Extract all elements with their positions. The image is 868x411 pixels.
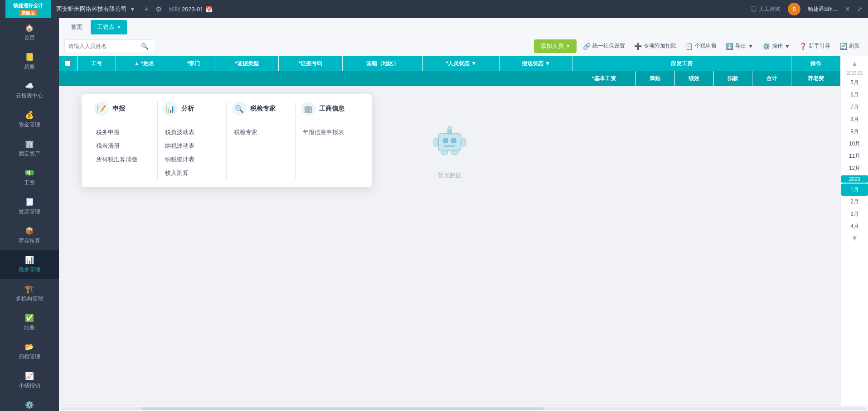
refresh-btn[interactable]: 🔄 刷新 <box>837 39 863 53</box>
sidebar-item-archive[interactable]: 📂 归档管理 <box>0 337 59 366</box>
income-preview-item[interactable]: 收入测算 <box>163 166 221 180</box>
sidebar-item-fund[interactable]: 💰 资金管理 <box>0 105 59 134</box>
cal-month-9[interactable]: 9月 <box>841 126 868 138</box>
mini-report-icon: 📈 <box>25 372 34 380</box>
social-security-icon: 🔗 <box>583 43 591 50</box>
th-checkbox[interactable] <box>59 56 77 71</box>
cal-month-3[interactable]: 3月 <box>841 208 868 220</box>
cal-month-1[interactable]: 1月 <box>841 184 868 196</box>
cal-month-6[interactable]: 6月 <box>841 89 868 101</box>
svg-point-5 <box>448 126 451 130</box>
tax-expert-item[interactable]: 税检专家 <box>232 126 290 139</box>
cal-month-10[interactable]: 10月 <box>841 138 868 150</box>
sidebar-item-fixed-assets[interactable]: 🏢 固定资产 <box>0 134 59 163</box>
user-name[interactable]: 畅捷通B组... <box>808 5 838 13</box>
tab-salary[interactable]: 工资表 × <box>91 20 127 34</box>
social-security-btn[interactable]: 🔗 统一社保设置 <box>580 39 628 53</box>
window-fullscreen-btn[interactable]: ⤢ <box>857 5 863 13</box>
calendar-panel: ▲ 2023.01 5月 6月 7月 8月 9月 10月 11月 12月 202… <box>841 56 868 406</box>
individual-tax-btn[interactable]: 📋 个税申报 <box>683 39 719 53</box>
search-input[interactable] <box>68 43 141 49</box>
cal-month-11[interactable]: 11月 <box>841 150 868 162</box>
th-personnel-status[interactable]: *人员状态 ▼ <box>423 56 500 71</box>
checkout-icon: ✅ <box>25 314 34 322</box>
annual-report-declare-item[interactable]: 年报信息申报表 <box>301 126 359 139</box>
business-info-cat-icon: 🏢 <box>301 102 315 116</box>
cal-month-2[interactable]: 2月 <box>841 196 868 208</box>
cal-month-12[interactable]: 12月 <box>841 162 868 174</box>
prev-year-label: 2023.01 <box>846 70 863 77</box>
header-right: 🎧 人工咨询 B 畅捷通B组... × ⤢ <box>750 3 863 15</box>
dropdown-col-declare: 📝 申报 税务申报 税表清册 所得税汇算清缴 <box>89 102 158 180</box>
add-person-arrow: ▼ <box>566 44 570 48</box>
tab-salary-label: 工资表 <box>97 23 115 31</box>
tax-stats-item[interactable]: 纳税统计表 <box>163 153 221 166</box>
tax-fluctuation-item[interactable]: 纳税波动表 <box>163 139 221 153</box>
cal-month-7[interactable]: 7月 <box>841 101 868 113</box>
svg-rect-8 <box>441 151 448 155</box>
empty-text: 暂无数据 <box>438 171 461 179</box>
app-version: 旗舰版 <box>19 10 37 16</box>
headset-icon: 🎧 <box>750 6 757 12</box>
tax-burden-table-item[interactable]: 税负波动表 <box>163 126 221 139</box>
tax-expert-cat-icon: 🔍 <box>232 102 247 116</box>
sidebar-mini-report-label: 小畅报销 <box>19 382 40 390</box>
sidebar-item-checkout[interactable]: ✅ 结账 <box>0 308 59 337</box>
special-deduction-btn[interactable]: ➕ 专项附加扣除 <box>631 39 679 53</box>
fixed-assets-icon: 🏢 <box>25 140 34 148</box>
tax-declare-item[interactable]: 税务申报 <box>94 126 152 139</box>
human-service-btn[interactable]: 🎧 人工咨询 <box>750 5 781 13</box>
sidebar-item-mini-report[interactable]: 📈 小畅报销 <box>0 366 59 395</box>
sidebar-invoice-label: 发票管理 <box>19 208 40 216</box>
add-tab-icon[interactable]: ＋ <box>143 5 150 14</box>
window-close-btn[interactable]: × <box>845 5 850 14</box>
sidebar-item-salary[interactable]: 💵 工资 <box>0 163 59 192</box>
sidebar-item-cloud-report[interactable]: ☁️ 云报表中心 <box>0 76 59 105</box>
scrollbar-thumb[interactable] <box>141 407 544 410</box>
sidebar-item-invoice[interactable]: 🧾 发票管理 <box>0 192 59 221</box>
sidebar-item-tax[interactable]: 📊 税务管理 <box>0 250 59 279</box>
svg-rect-2 <box>451 138 456 143</box>
scrollbar-track[interactable] <box>61 407 866 410</box>
sidebar-item-multi-org[interactable]: 🏗️ 多机构管理 <box>0 279 59 308</box>
th-nationality: 国籍（地区） <box>342 56 422 71</box>
th-pay-wages: 应发工资 <box>572 56 791 71</box>
settings-icon[interactable]: ⚙ <box>155 5 162 14</box>
add-person-button[interactable]: 添加人员 ▼ <box>534 39 577 53</box>
new-guide-toolbar-btn[interactable]: ❓ 新手引导 <box>796 39 833 53</box>
sidebar-item-inventory[interactable]: 📦 库存核算 <box>0 221 59 250</box>
calendar-up-btn[interactable]: ▲ <box>849 58 860 70</box>
cal-month-5[interactable]: 5月 <box>841 77 868 89</box>
human-service-label: 人工咨询 <box>759 5 781 13</box>
tax-expert-cat-header: 🔍 税检专家 <box>232 102 290 120</box>
th-report-status[interactable]: 报送状态 ▼ <box>499 56 572 71</box>
income-tax-calc-item[interactable]: 所得税汇算清缴 <box>94 153 152 166</box>
tab-home[interactable]: 首页 <box>64 20 89 34</box>
horizontal-scrollbar[interactable] <box>59 406 868 411</box>
tab-close-icon[interactable]: × <box>117 24 121 30</box>
calendar-down-btn[interactable]: ▼ <box>849 232 860 244</box>
export-label: 导出 <box>735 42 746 50</box>
select-all-checkbox[interactable] <box>65 60 71 66</box>
cal-month-8[interactable]: 8月 <box>841 113 868 126</box>
sidebar-item-basic-settings[interactable]: ⚙️ 基础设置 <box>0 395 59 411</box>
personnel-status-filter-icon: ▼ <box>471 60 477 67</box>
th-id-type: *证据类型 <box>215 56 279 71</box>
th-name[interactable]: ▲ *姓名 <box>116 56 172 71</box>
th-operations: 操作 <box>791 56 841 71</box>
th-pension: 养老费 <box>791 71 841 86</box>
company-selector[interactable]: 西安虾米网络科技有限公司 ▼ <box>56 5 136 13</box>
th-basic-salary: *基本工资 <box>572 71 636 86</box>
sidebar-item-home[interactable]: 🏠 首页 <box>0 18 59 47</box>
sidebar-checkout-label: 结账 <box>24 324 35 332</box>
tax-clear-item[interactable]: 税表清册 <box>94 139 152 153</box>
calendar-icon[interactable]: 📅 <box>205 6 213 13</box>
cal-month-4[interactable]: 4月 <box>841 220 868 232</box>
tax-dropdown-menu: 📝 申报 税务申报 税表清册 所得税汇算清缴 📊 <box>82 94 372 187</box>
basic-settings-icon: ⚙️ <box>25 401 34 409</box>
period-value: 2023-01 <box>182 6 204 13</box>
export-btn[interactable]: ⬇️ 导出 ▼ <box>723 39 756 53</box>
operations-btn[interactable]: ⚙️ 操作 ▼ <box>760 39 793 53</box>
declare-cat-icon: 📝 <box>94 102 109 116</box>
sidebar-item-ledger[interactable]: 📒 总账 <box>0 47 59 76</box>
